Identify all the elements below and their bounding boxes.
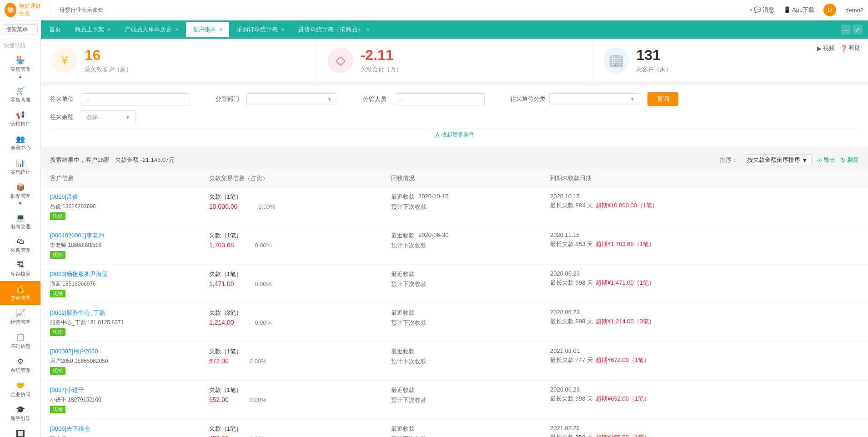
debt-customers-icon: ¥	[52, 48, 77, 73]
customer-phone-0: 吕俊 13026203696	[50, 203, 209, 211]
往来单位-input[interactable]: ...	[81, 93, 190, 105]
tab-purchase-stat[interactable]: 进货单统计表（按商品） ✕	[292, 22, 376, 37]
video-btn[interactable]: ▶ 视频	[817, 44, 835, 52]
tab-home[interactable]: 首页	[43, 22, 67, 37]
customer-tag-1: 现销	[50, 251, 65, 259]
help-icon: ❓	[840, 45, 848, 52]
customer-info-6: [0006]去下粮仓 陈小册 现销	[50, 425, 209, 437]
customer-phone-5: 小进千 18279152100	[50, 396, 209, 404]
customer-name-3[interactable]: [0002]服务中心_丁磊	[50, 309, 209, 317]
col-debt-info: 欠款交易信息（占比）	[209, 174, 391, 182]
customer-name-1[interactable]: [0001020001]李老师	[50, 231, 209, 240]
newbie-icon: 🎓	[16, 405, 25, 414]
return-info-0: 最近收款 2020-10-15 预计下次收款	[391, 193, 550, 211]
overdue-link-6[interactable]: 超期¥455.90（1笔）	[596, 433, 650, 437]
customer-name-2[interactable]: [0003]畅捷服务尹海蓝	[50, 270, 209, 278]
sidebar-item-retail-stat[interactable]: 📊 零售统计	[0, 155, 40, 179]
member-icon: 👥	[16, 135, 25, 143]
customer-name-6[interactable]: [0006]去下粮仓	[50, 425, 209, 433]
due-info-0: 2020.10.15 最长欠款 884 天 超期¥10,000.00（1笔）	[550, 193, 859, 210]
export-button[interactable]: ⊙ 导出	[817, 156, 835, 164]
search-input[interactable]	[3, 24, 38, 35]
sidebar-item-app-center[interactable]: 🔲 应用中心	[0, 426, 40, 437]
brand-dropdown[interactable]: ▼	[748, 7, 754, 13]
余额-select[interactable]: 选择... ▼	[81, 111, 135, 124]
overdue-link-5[interactable]: 超期¥652.00（1笔）	[596, 395, 650, 403]
tab-close-purchase-stat[interactable]: ✕	[366, 27, 370, 33]
sidebar-item-ecommerce[interactable]: 💻 电商管理	[0, 210, 40, 234]
debt-count-1: 欠款（1笔）	[209, 231, 391, 240]
sort-button[interactable]: 按欠款金额倒序排序 ▼	[743, 154, 812, 166]
sidebar-item-retail-mgmt[interactable]: 🏪 零售管理 ▲	[0, 52, 40, 83]
customer-name-0[interactable]: [0016]吕俊	[50, 193, 209, 201]
collapse-btn[interactable]: ⋀ 收起更多条件	[435, 131, 474, 139]
refresh-button[interactable]: ↻ 刷新	[841, 156, 859, 164]
sidebar-item-basic-info[interactable]: 📋 基础信息	[0, 329, 40, 353]
sidebar-item-purchase[interactable]: 🛍 采购管理	[0, 234, 40, 257]
customer-info-0: [0016]吕俊 吕俊 13026203696 现销	[50, 193, 209, 220]
stat-label-debt-total: 欠款合计（万）	[361, 65, 402, 74]
往来单位分类-select[interactable]: ▼	[549, 93, 640, 105]
sidebar-item-operation[interactable]: 📈 经营管理	[0, 305, 40, 329]
sidebar-item-system[interactable]: ⚙ 系统管理	[0, 353, 40, 377]
tab-close-product-status[interactable]: ✕	[107, 27, 111, 33]
customer-name-4[interactable]: [000002]用户2050	[50, 347, 209, 356]
sidebar-item-retail-store[interactable]: 🛒 零售商城	[0, 83, 40, 107]
customer-info-5: [0007]小进千 小进千 18279152100 现销	[50, 386, 209, 413]
username[interactable]: demo2	[845, 7, 863, 14]
search-button[interactable]: 查询	[647, 92, 678, 106]
overdue-link-0[interactable]: 超期¥10,000.00（1笔）	[596, 201, 658, 210]
debt-count-0: 欠款（1笔）	[209, 193, 391, 201]
debt-count-3: 欠款（3笔）	[209, 309, 391, 317]
tab-purchase-order[interactable]: 采购订单统计表 ✕	[230, 22, 291, 37]
tab-customer-account[interactable]: 客户账本 ✕	[186, 22, 229, 37]
往来单位-label: 往来单位	[50, 95, 77, 103]
customer-tag-4: 现销	[50, 367, 65, 375]
sidebar-item-batch-mgmt[interactable]: 📦 批发管理 ▼	[0, 179, 40, 210]
sidebar-item-member[interactable]: 👥 会员中心	[0, 131, 40, 155]
customer-tag-5: 现销	[50, 406, 65, 413]
retail-store-icon: 🛒	[16, 86, 25, 95]
data-table: 客户信息 欠款交易信息（占比） 回收情况 到期未收款日期 [0016]吕俊 吕俊…	[41, 170, 868, 437]
app-download-btn[interactable]: 📱 App下载	[783, 6, 814, 14]
avatar[interactable]: D	[823, 4, 836, 16]
customer-tag-2: 现销	[50, 290, 65, 297]
overdue-link-3[interactable]: 超期¥1,214.00（3笔）	[596, 317, 655, 326]
sidebar-item-marketing[interactable]: 📢 营销推广	[0, 107, 40, 131]
customer-name-5[interactable]: [0007]小进千	[50, 386, 209, 394]
ecommerce-icon: 💻	[16, 213, 25, 222]
table-row: [0006]去下粮仓 陈小册 现销 欠款（1笔） 455.90 0.00%	[41, 419, 868, 437]
system-icon: ⚙	[17, 357, 24, 366]
分管部门-select[interactable]: ▼	[246, 93, 337, 105]
overdue-link-1[interactable]: 超期¥1,703.68（1笔）	[596, 240, 655, 248]
debt-percent-1: 0.00%	[255, 242, 272, 249]
minimize-btn[interactable]: —	[841, 25, 851, 35]
分管人员-input[interactable]: ...	[394, 93, 485, 105]
overdue-link-2[interactable]: 超期¥1,471.00（1笔）	[596, 279, 655, 287]
col-return-info: 回收情况	[391, 174, 550, 182]
table-row: [0007]小进千 小进千 18279152100 现销 欠款（1笔） 652.…	[41, 381, 868, 419]
debt-count-5: 欠款（1笔）	[209, 386, 391, 394]
results-bar: 搜索结果中，客户16家 欠款金额 -21,148.07元 排序： 按欠款金额倒序…	[41, 151, 868, 170]
maximize-btn[interactable]: ⤢	[853, 25, 863, 35]
sidebar-item-inventory[interactable]: 🏗 库存核算	[0, 257, 40, 281]
customer-phone-1: 李老师 18600391516	[50, 241, 209, 249]
debt-amount-1: 1,703.68	[209, 241, 234, 249]
sidebar-item-finance[interactable]: 💰 资金管理	[0, 281, 40, 305]
overdue-link-4[interactable]: 超期¥672.00（1笔）	[596, 356, 650, 364]
collapse-row: ⋀ 收起更多条件	[50, 129, 859, 141]
tab-product-history[interactable]: 产成品入库单历史 ✕	[118, 22, 185, 37]
tab-product-status[interactable]: 商品上下架 ✕	[68, 22, 117, 37]
help-btn[interactable]: ❓ 帮助	[840, 44, 861, 52]
customer-phone-4: 用户2050 18665062050	[50, 357, 209, 365]
sidebar-item-corp-coop[interactable]: 🤝 企业协同	[0, 377, 40, 402]
tab-close-purchase-order[interactable]: ✕	[281, 27, 285, 33]
sidebar-item-newbie[interactable]: 🎓 新手引导	[0, 402, 40, 426]
sidebar: 快捷导航 🏪 零售管理 ▲ 🛒 零售商城 📢 营销推广 👥 会员中心 📊	[0, 20, 41, 437]
due-info-3: 2020.06.23 最长欠款 998 天 超期¥1,214.00（3笔）	[550, 309, 859, 326]
tab-close-product-history[interactable]: ✕	[175, 27, 179, 33]
retail-stat-icon: 📊	[16, 159, 25, 167]
message-btn[interactable]: 💬 消息	[754, 6, 775, 14]
tab-close-customer-account[interactable]: ✕	[219, 27, 223, 33]
customer-info-4: [000002]用户2050 用户2050 18665062050 现销	[50, 347, 209, 375]
